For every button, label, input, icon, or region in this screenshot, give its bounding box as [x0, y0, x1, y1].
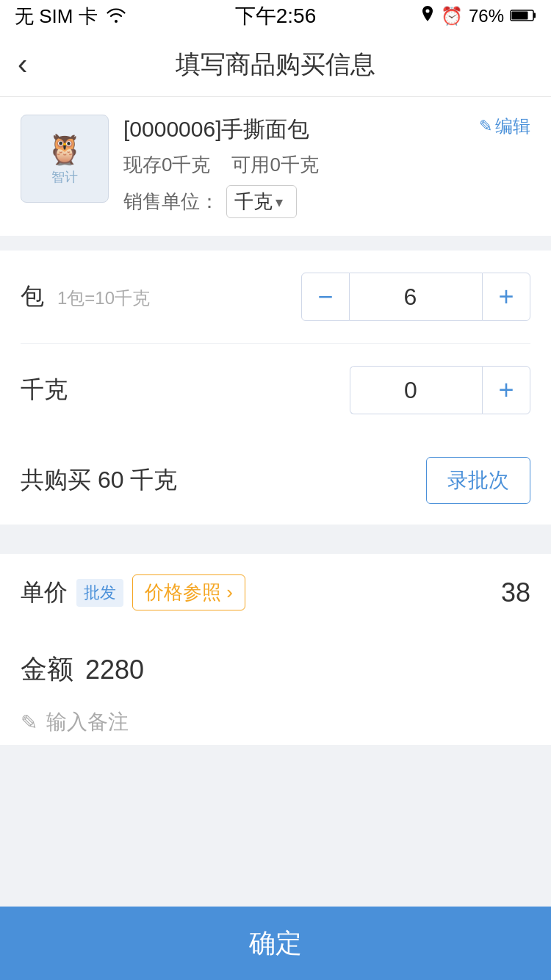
- quantity-input-bao[interactable]: [350, 273, 482, 321]
- status-right: ⏰ 76%: [420, 5, 536, 27]
- remark-placeholder: 输入备注: [46, 708, 129, 736]
- quantity-row-kg: 千克 +: [21, 344, 530, 436]
- svg-point-0: [425, 10, 429, 13]
- back-button[interactable]: ‹: [18, 48, 27, 81]
- total-section: 共购买 60 千克 录批次: [0, 436, 551, 525]
- confirm-bar[interactable]: 确定: [0, 907, 551, 980]
- amount-row: 金额 2280: [21, 652, 530, 688]
- pencil-icon: ✎: [21, 710, 37, 735]
- alarm-icon: ⏰: [441, 6, 463, 26]
- decrement-button-bao[interactable]: −: [301, 273, 350, 321]
- wifi-icon: [105, 5, 127, 28]
- status-left: 无 SIM 卡: [15, 4, 127, 29]
- product-image: 🦉 智计: [21, 115, 109, 203]
- edit-icon: ✎: [479, 117, 492, 136]
- location-icon: [420, 5, 435, 27]
- divider-2: [0, 525, 551, 539]
- product-unit-row: 销售单位： 千克 ▾: [123, 185, 530, 218]
- product-name: [0000006]手撕面包: [123, 115, 309, 145]
- sim-label: 无 SIM 卡: [15, 4, 98, 29]
- increment-button-kg[interactable]: +: [482, 366, 530, 414]
- price-label: 单价: [21, 577, 68, 609]
- svg-rect-3: [512, 12, 528, 20]
- amount-value: 2280: [85, 655, 144, 685]
- quantity-hint-bao: 1包=10千克: [57, 287, 150, 310]
- svg-rect-2: [533, 13, 536, 18]
- product-logo-sub: 智计: [51, 168, 78, 186]
- unit-select[interactable]: 千克 ▾: [226, 185, 297, 218]
- product-section: 🦉 智计 [0000006]手撕面包 ✎ 编辑 现存0千克 可用0千克 销售单位…: [0, 97, 551, 236]
- price-section: 单价 批发 价格参照 › 38: [0, 554, 551, 631]
- dropdown-arrow-icon: ▾: [276, 193, 283, 211]
- product-info: [0000006]手撕面包 ✎ 编辑 现存0千克 可用0千克 销售单位： 千克 …: [123, 115, 530, 218]
- batch-button[interactable]: 录批次: [426, 457, 530, 504]
- increment-button-bao[interactable]: +: [482, 273, 530, 321]
- nav-bar: ‹ 填写商品购买信息: [0, 32, 551, 97]
- quantity-section: 包 1包=10千克 − + 千克 +: [0, 251, 551, 436]
- confirm-button[interactable]: 确定: [249, 926, 302, 962]
- quantity-label-kg: 千克: [21, 374, 68, 406]
- page-title: 填写商品购买信息: [176, 48, 375, 82]
- amount-section: 金额 2280 ✎ 输入备注: [0, 631, 551, 745]
- quantity-controls-kg: +: [350, 366, 530, 414]
- battery-percent: 76%: [469, 6, 504, 26]
- divider-1: [0, 236, 551, 251]
- status-time: 下午2:56: [235, 2, 317, 30]
- amount-label: 金额: [21, 652, 73, 688]
- price-ref-button[interactable]: 价格参照 ›: [132, 574, 245, 610]
- quantity-label-bao: 包: [21, 281, 44, 313]
- price-badge: 批发: [76, 579, 123, 607]
- status-bar: 无 SIM 卡 下午2:56 ⏰ 76%: [0, 0, 551, 32]
- quantity-input-kg[interactable]: [350, 366, 482, 414]
- edit-button[interactable]: ✎ 编辑: [479, 115, 530, 138]
- remark-row[interactable]: ✎ 输入备注: [21, 699, 530, 745]
- battery-icon: [510, 6, 536, 26]
- product-logo-icon: 🦉: [46, 132, 83, 167]
- quantity-row-bao: 包 1包=10千克 − +: [21, 251, 530, 344]
- price-value: 38: [501, 577, 530, 608]
- product-stock: 现存0千克 可用0千克: [123, 152, 530, 178]
- price-label-row: 单价 批发 价格参照 ›: [21, 574, 245, 610]
- total-text: 共购买 60 千克: [21, 464, 177, 497]
- quantity-controls-bao: − +: [301, 273, 530, 321]
